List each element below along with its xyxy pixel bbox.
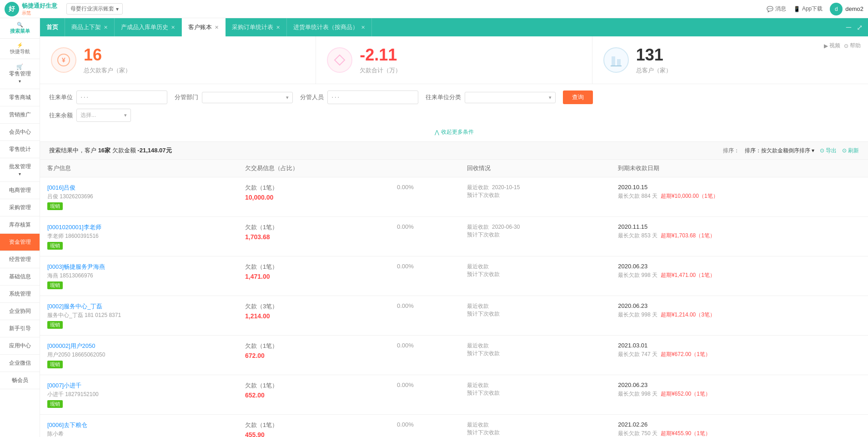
- svg-rect-3: [612, 56, 615, 65]
- sidebar-item-quick-nav[interactable]: ⚡ 快捷导航: [0, 39, 40, 59]
- collapse-button[interactable]: ⋀ 收起更多条件: [49, 126, 859, 138]
- stat-info-1: 16 总欠款客户（家）: [84, 45, 131, 75]
- debt-amount-2[interactable]: 1,471.00: [245, 273, 382, 280]
- export-btn[interactable]: ⊙ 导出: [820, 147, 837, 155]
- sidebar-item-retail-mgmt[interactable]: 🛒 零售管理 ▾: [0, 59, 40, 89]
- cell-due-6: 2021.02.26 最长欠款 750 天 超期¥455.90（1笔）: [611, 415, 868, 437]
- tab-customer-account[interactable]: 客户账本 ✕: [182, 18, 226, 36]
- tab-purchase-order[interactable]: 采购订单统计表 ✕: [226, 18, 287, 36]
- sidebar-item-basic-info[interactable]: 基础信息: [0, 268, 40, 286]
- svg-rect-4: [617, 59, 621, 65]
- overdue-amount-6[interactable]: 超期¥455.90（1笔）: [661, 430, 711, 437]
- help-btn[interactable]: ⊙ 帮助: [844, 42, 861, 50]
- sidebar-item-member[interactable]: 会员中心: [0, 124, 40, 141]
- sidebar-item-operations[interactable]: 经营管理: [0, 251, 40, 268]
- tab-actions: ─ ⤢: [844, 22, 868, 33]
- view-video-btn[interactable]: ▶ 视频: [824, 42, 840, 50]
- debt-percent-6: 0.00%: [397, 421, 452, 428]
- customer-name-2[interactable]: [0003]畅捷服务尹海燕: [47, 263, 231, 271]
- cell-debt-2: 欠款（1笔） 1,471.00: [238, 256, 390, 296]
- customer-name-1[interactable]: [0001020001]李老师: [47, 223, 231, 231]
- table-row: [0016]吕俊 吕俊 13026203696 现销 欠款（1笔） 10,000…: [40, 177, 868, 217]
- tab-home[interactable]: 首页: [40, 18, 65, 36]
- app-download-action[interactable]: 📱 App下载: [793, 5, 823, 13]
- customer-name-5[interactable]: [0007]小进千: [47, 382, 231, 390]
- debt-amount-0[interactable]: 10,000.00: [245, 194, 382, 201]
- debt-amount-6[interactable]: 455.90: [245, 431, 382, 437]
- overdue-amount-1[interactable]: 超期¥1,703.68（1笔）: [661, 232, 715, 239]
- tab-production-label: 产成品入库单历史: [121, 23, 168, 31]
- tab-close-customer[interactable]: ✕: [215, 25, 219, 30]
- debt-amount-3[interactable]: 1,214.00: [245, 312, 382, 320]
- user-area[interactable]: d demo2: [830, 3, 863, 15]
- debt-percent-1: 0.00%: [397, 223, 452, 230]
- tab-home-label: 首页: [46, 23, 58, 31]
- search-button[interactable]: 查询: [563, 90, 593, 104]
- balance-select[interactable]: 选择... ▾: [76, 109, 131, 122]
- sidebar-item-new-guide[interactable]: 新手引导: [0, 320, 40, 337]
- chevron-up-icon: ⋀: [435, 129, 439, 136]
- tab-close-production[interactable]: ✕: [171, 25, 175, 30]
- cell-collection-4: 最近收款 预计下次收款: [460, 336, 611, 375]
- message-action[interactable]: 💬 消息: [767, 5, 786, 13]
- overdue-amount-5[interactable]: 超期¥652.00（1笔）: [661, 391, 711, 397]
- overdue-amount-3[interactable]: 超期¥1,214.00（3笔）: [661, 311, 715, 318]
- sidebar-item-purchase[interactable]: 采购管理: [0, 199, 40, 216]
- sidebar-item-retail-stats[interactable]: 零售统计: [0, 141, 40, 158]
- tab-incoming[interactable]: 进货单统计表（按商品） ✕: [287, 18, 372, 36]
- debt-amount-1[interactable]: 1,703.68: [245, 233, 382, 241]
- customer-name-3[interactable]: [0002]服务中心_丁磊: [47, 302, 231, 311]
- overdue-amount-4[interactable]: 超期¥672.00（1笔）: [661, 351, 711, 357]
- sidebar-item-capital[interactable]: 资金管理: [0, 234, 40, 251]
- sidebar-item-enterprise-collab[interactable]: 企业协同: [0, 303, 40, 320]
- sidebar-item-system[interactable]: 系统管理: [0, 286, 40, 303]
- cell-debt-4: 欠款（1笔） 672.00: [238, 336, 390, 375]
- tab-minimize-btn[interactable]: ─: [844, 22, 853, 32]
- sidebar-item-retail-shop[interactable]: 零售商城: [0, 89, 40, 106]
- sidebar-item-ecommerce[interactable]: 电商管理: [0, 182, 40, 199]
- overdue-amount-0[interactable]: 超期¥10,000.00（1笔）: [661, 193, 718, 199]
- table-row: [000002]用户2050 用户2050 18665062050 现销 欠款（…: [40, 336, 868, 375]
- due-date-1: 2020.11.15: [618, 223, 861, 230]
- sort-select[interactable]: 排序：按欠款金额倒序排序 ▾: [745, 147, 814, 155]
- debt-count-4: 欠款（1笔）: [245, 342, 382, 350]
- sidebar-item-marketing[interactable]: 营销推广: [0, 106, 40, 124]
- refresh-btn[interactable]: ⊙ 刷新: [842, 147, 859, 155]
- customer-name-6[interactable]: [0006]去下粮仓: [47, 421, 231, 429]
- sidebar-item-vip[interactable]: 畅会员: [0, 372, 40, 389]
- overdue-days-2: 最长欠款 998 天: [618, 272, 659, 278]
- company-selector[interactable]: 母婴行业演示账套 ▾: [66, 3, 123, 15]
- cell-due-0: 2020.10.15 最长欠款 884 天 超期¥10,000.00（1笔）: [611, 177, 868, 217]
- cell-customer-6: [0006]去下粮仓 陈小希 现销: [40, 415, 238, 437]
- dept-select[interactable]: ▾: [202, 92, 293, 103]
- tab-close-incoming[interactable]: ✕: [361, 25, 365, 30]
- sidebar-item-wholesale[interactable]: 批发管理 ▾: [0, 158, 40, 182]
- customer-name-0[interactable]: [0016]吕俊: [47, 184, 231, 192]
- sidebar-item-inventory[interactable]: 库存核算: [0, 216, 40, 234]
- message-label: 消息: [775, 5, 786, 13]
- stat-top-actions: ▶ 视频 ⊙ 帮助: [824, 42, 861, 50]
- tab-product-status[interactable]: 商品上下架 ✕: [65, 18, 115, 36]
- total-customers-value: 131: [636, 45, 672, 65]
- unit-type-select[interactable]: ▾: [465, 92, 556, 103]
- tab-close-purchase[interactable]: ✕: [276, 25, 280, 30]
- stat-info-2: -2.11 欠款合计（万）: [360, 45, 401, 75]
- debt-amount-4[interactable]: 672.00: [245, 352, 382, 359]
- table-row: [0006]去下粮仓 陈小希 现销 欠款（1笔） 455.90 0.00% 最近…: [40, 415, 868, 437]
- sidebar-item-app-center[interactable]: 应用中心: [0, 337, 40, 355]
- customer-name-4[interactable]: [000002]用户2050: [47, 342, 231, 350]
- sidebar-item-enterprise-wechat[interactable]: 企业微信: [0, 355, 40, 372]
- dropdown-icon-2: ▾: [549, 95, 552, 100]
- manager-input[interactable]: ···: [327, 90, 418, 104]
- overdue-amount-2[interactable]: 超期¥1,471.00（1笔）: [661, 272, 715, 278]
- tab-maximize-btn[interactable]: ⤢: [855, 22, 864, 33]
- cell-percent-3: 0.00%: [390, 296, 460, 336]
- tab-close-product[interactable]: ✕: [104, 25, 108, 30]
- dropdown-arrow: ▾: [116, 6, 119, 12]
- cell-due-4: 2021.03.01 最长欠款 747 天 超期¥672.00（1笔）: [611, 336, 868, 375]
- sidebar-item-search-menu[interactable]: 🔍 搜索菜单: [0, 18, 40, 39]
- tab-production[interactable]: 产成品入库单历史 ✕: [115, 18, 182, 36]
- source-unit-input[interactable]: ···: [76, 90, 167, 104]
- cell-collection-0: 最近收款 2020-10-15 预计下次收款: [460, 177, 611, 217]
- debt-amount-5[interactable]: 652.00: [245, 392, 382, 399]
